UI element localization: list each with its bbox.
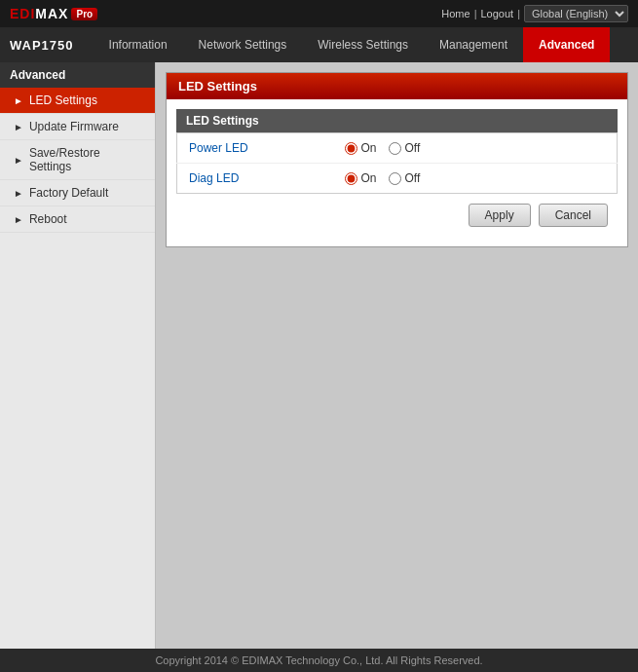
logo-area: EDIMAX Pro bbox=[10, 6, 97, 21]
diag-led-off-label[interactable]: Off bbox=[389, 171, 421, 185]
content-panel: LED Settings LED Settings Power LED On bbox=[166, 72, 628, 247]
sidebar-label-factory-default: Factory Default bbox=[29, 186, 108, 200]
power-led-on-text: On bbox=[361, 141, 377, 155]
sidebar-item-led-settings[interactable]: ► LED Settings bbox=[0, 88, 155, 114]
diag-led-label: Diag LED bbox=[177, 164, 333, 194]
diag-led-on-text: On bbox=[361, 171, 377, 185]
sidebar-section-header: Advanced bbox=[0, 62, 155, 88]
tab-advanced[interactable]: Advanced bbox=[523, 27, 610, 62]
cancel-button[interactable]: Cancel bbox=[539, 204, 608, 227]
table-row: Diag LED On Off bbox=[177, 164, 618, 194]
sidebar-label-led-settings: LED Settings bbox=[29, 93, 97, 107]
tab-management[interactable]: Management bbox=[424, 27, 523, 62]
sidebar-item-reboot[interactable]: ► Reboot bbox=[0, 206, 155, 233]
power-led-off-radio[interactable] bbox=[389, 142, 401, 155]
power-led-off-text: Off bbox=[405, 141, 421, 155]
power-led-on-label[interactable]: On bbox=[345, 141, 377, 155]
button-row: Apply Cancel bbox=[176, 194, 618, 237]
top-links: Home | Logout | Global (English) bbox=[441, 5, 628, 22]
sep2: | bbox=[517, 8, 520, 19]
content-area: LED Settings LED Settings Power LED On bbox=[156, 62, 638, 649]
power-led-radio-group: On Off bbox=[345, 141, 606, 155]
sep1: | bbox=[474, 8, 477, 19]
diag-led-on-label[interactable]: On bbox=[345, 171, 377, 185]
sidebar-label-update-firmware: Update Firmware bbox=[29, 120, 119, 133]
language-select[interactable]: Global (English) bbox=[524, 5, 628, 22]
sidebar-label-save-restore: Save/Restore Settings bbox=[29, 146, 145, 173]
diag-led-off-radio[interactable] bbox=[389, 172, 401, 185]
logo-edimax: EDIMAX bbox=[10, 6, 68, 21]
nav-tabs: Information Network Settings Wireless Se… bbox=[94, 27, 611, 62]
device-name: WAP1750 bbox=[10, 27, 94, 62]
arrow-icon: ► bbox=[14, 214, 23, 225]
sidebar: Advanced ► LED Settings ► Update Firmwar… bbox=[0, 62, 156, 649]
tab-network-settings[interactable]: Network Settings bbox=[183, 27, 303, 62]
top-bar: EDIMAX Pro Home | Logout | Global (Engli… bbox=[0, 0, 638, 27]
sidebar-item-update-firmware[interactable]: ► Update Firmware bbox=[0, 114, 155, 140]
diag-led-off-text: Off bbox=[405, 171, 421, 185]
power-led-options: On Off bbox=[333, 133, 618, 164]
table-row: Power LED On Off bbox=[177, 133, 618, 164]
panel-body: LED Settings Power LED On bbox=[167, 99, 627, 246]
logout-link[interactable]: Logout bbox=[480, 8, 513, 19]
footer: Copyright 2014 © EDIMAX Technology Co., … bbox=[0, 649, 638, 672]
sidebar-label-reboot: Reboot bbox=[29, 212, 67, 226]
apply-button[interactable]: Apply bbox=[469, 204, 531, 227]
tab-information[interactable]: Information bbox=[94, 27, 183, 62]
copyright-text: Copyright 2014 © EDIMAX Technology Co., … bbox=[155, 654, 482, 666]
arrow-icon: ► bbox=[14, 122, 23, 132]
home-link[interactable]: Home bbox=[441, 8, 469, 19]
sidebar-item-save-restore[interactable]: ► Save/Restore Settings bbox=[0, 140, 155, 180]
section-header: LED Settings bbox=[176, 109, 618, 132]
power-led-label: Power LED bbox=[177, 133, 333, 164]
panel-title-bar: LED Settings bbox=[167, 73, 627, 99]
arrow-icon: ► bbox=[14, 95, 23, 106]
tab-wireless-settings[interactable]: Wireless Settings bbox=[302, 27, 424, 62]
nav-bar: WAP1750 Information Network Settings Wir… bbox=[0, 27, 638, 62]
diag-led-radio-group: On Off bbox=[345, 171, 606, 185]
arrow-icon: ► bbox=[14, 188, 23, 199]
power-led-on-radio[interactable] bbox=[345, 142, 357, 155]
sidebar-item-factory-default[interactable]: ► Factory Default bbox=[0, 180, 155, 206]
settings-table: Power LED On Off bbox=[176, 132, 618, 194]
diag-led-on-radio[interactable] bbox=[345, 172, 357, 185]
logo-pro: Pro bbox=[71, 8, 97, 20]
arrow-icon: ► bbox=[14, 155, 23, 166]
main-layout: Advanced ► LED Settings ► Update Firmwar… bbox=[0, 62, 638, 649]
power-led-off-label[interactable]: Off bbox=[389, 141, 421, 155]
diag-led-options: On Off bbox=[333, 164, 618, 194]
